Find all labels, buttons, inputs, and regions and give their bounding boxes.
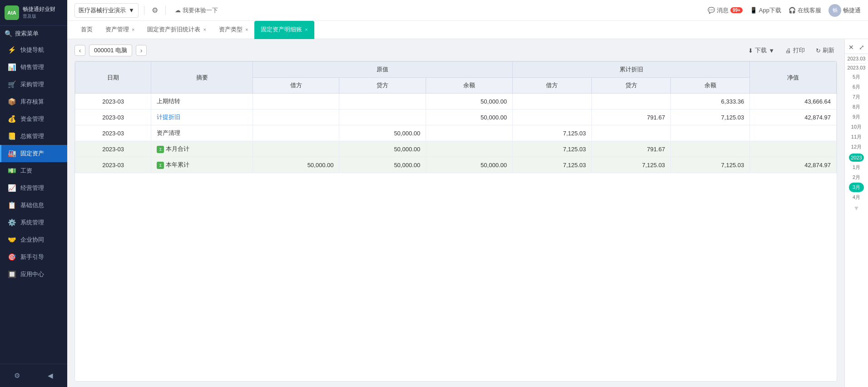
col-summary: 摘要 — [151, 62, 253, 94]
sidebar-item-sales[interactable]: 📊 销售管理 — [0, 59, 67, 76]
year-icon: Σ — [157, 162, 164, 169]
user-label: 畅捷通 — [843, 6, 861, 15]
next-asset-btn[interactable]: › — [136, 45, 147, 56]
sidebar-item-label: 应用中心 — [20, 270, 44, 278]
system-icon: ⚙️ — [8, 218, 16, 227]
panel-expand-icon[interactable]: ⤢ — [858, 43, 865, 52]
right-panel-header: ✕ ⤢ — [845, 41, 868, 54]
tab-home-label: 首页 — [81, 25, 93, 34]
sidebar-item-purchase[interactable]: 🛒 采购管理 — [0, 76, 67, 93]
cell-date: 2023-03 — [75, 94, 151, 109]
sidebar-item-guide[interactable]: 🎯 新手引导 — [0, 248, 67, 266]
experience-btn[interactable]: ☁ 我要体验一下 — [175, 6, 218, 15]
company-selector[interactable]: 医疗器械行业演示 ▼ — [74, 3, 139, 18]
timeline-month-8[interactable]: 8月 — [849, 102, 863, 112]
cell-summary: Σ本月合计 — [151, 141, 253, 157]
prev-asset-btn[interactable]: ‹ — [74, 45, 85, 56]
timeline-year-badge[interactable]: 2023 — [849, 154, 863, 162]
sidebar-item-enterprise[interactable]: 🤝 企业协同 — [0, 231, 67, 248]
timeline-month-9[interactable]: 9月 — [849, 112, 863, 122]
download-btn[interactable]: ⬇ 下载 ▼ — [745, 45, 777, 56]
cell-orig-credit: 50,000.00 — [339, 141, 426, 157]
tab-close-icon[interactable]: × — [203, 27, 206, 32]
message-label: 消息 — [717, 6, 729, 15]
tab-home[interactable]: 首页 — [74, 21, 99, 39]
cell-orig-credit: 50,000.00 — [339, 157, 426, 173]
cell-summary: 资产清理 — [151, 125, 253, 141]
cell-dep-balance: 7,125.03 — [671, 157, 750, 173]
sidebar-item-quick-nav[interactable]: ⚡ 快捷导航 — [0, 41, 67, 59]
sidebar-item-finance[interactable]: 💰 资金管理 — [0, 110, 67, 128]
timeline-month-4[interactable]: 4月 — [849, 193, 863, 202]
cell-dep-debit: 7,125.03 — [512, 157, 591, 173]
sidebar-item-fixed-assets[interactable]: 🏭 固定资产 — [0, 145, 67, 162]
timeline-month-3[interactable]: 3月 — [849, 183, 863, 192]
tab-asset-type[interactable]: 资产类型 × — [213, 21, 254, 39]
timeline-month-5[interactable]: 5月 — [849, 72, 863, 82]
table-row-year: 2023-03 Σ本年累计 50,000.00 50,000.00 50,000… — [75, 157, 837, 173]
refresh-btn[interactable]: ↻ 刷新 — [813, 45, 837, 56]
tab-label: 固定资产折旧统计表 — [147, 25, 200, 34]
timeline-month-7[interactable]: 7月 — [849, 92, 863, 102]
sidebar-item-label: 企业协同 — [20, 236, 44, 244]
topbar-settings-btn[interactable]: ⚙ — [150, 4, 160, 16]
message-btn[interactable]: 💬 消息 99+ — [708, 6, 743, 15]
timeline-down-arrow[interactable]: ▼ — [847, 203, 865, 213]
timeline-month-6[interactable]: 6月 — [849, 82, 863, 92]
sidebar-item-label: 资金管理 — [20, 115, 44, 123]
timeline-current-year: 2023.03 — [847, 64, 867, 72]
down-arrow-icon: ▼ — [853, 204, 860, 212]
service-label: 在线客服 — [798, 6, 821, 15]
app-title: 畅捷通好业财 — [23, 6, 55, 13]
timeline-month-11[interactable]: 11月 — [849, 132, 863, 142]
sidebar-item-label: 固定资产 — [20, 149, 44, 158]
app-download-btn[interactable]: 📱 App下载 — [750, 6, 781, 15]
experience-icon: ☁ — [175, 7, 181, 14]
cell-dep-balance — [671, 125, 750, 141]
purchase-icon: 🛒 — [8, 80, 16, 89]
timeline-month-2[interactable]: 2月 — [849, 173, 863, 182]
sidebar-item-label: 采购管理 — [20, 80, 44, 89]
service-btn[interactable]: 🎧 在线客服 — [789, 6, 821, 15]
tab-depreciation-table[interactable]: 固定资产折旧统计表 × — [141, 21, 212, 39]
col-dep-credit: 贷方 — [592, 78, 671, 94]
print-btn[interactable]: 🖨 打印 — [783, 45, 808, 56]
avatar: 畅 — [828, 4, 841, 17]
tab-close-icon[interactable]: × — [245, 27, 248, 32]
sidebar-item-app-center[interactable]: 🔲 应用中心 — [0, 266, 67, 283]
subtoolbar: ‹ 000001 电脑 › ⬇ 下载 ▼ 🖨 打印 ↻ — [74, 45, 837, 56]
collapse-btn[interactable]: ◀ — [34, 368, 67, 383]
cell-dep-balance: 6,333.36 — [671, 94, 750, 109]
collapse-icon: ◀ — [48, 372, 53, 379]
subtoolbar-right: ⬇ 下载 ▼ 🖨 打印 ↻ 刷新 — [745, 45, 837, 56]
user-info[interactable]: 畅 畅捷通 — [828, 4, 861, 17]
download-icon: ⬇ — [748, 47, 753, 54]
sidebar-item-basic-info[interactable]: 📋 基础信息 — [0, 197, 67, 214]
cell-orig-debit: 50,000.00 — [253, 157, 339, 173]
timeline-month-1[interactable]: 1月 — [849, 163, 863, 172]
cell-orig-credit: 50,000.00 — [339, 125, 426, 141]
cell-orig-balance — [426, 141, 513, 157]
cell-summary[interactable]: 计提折旧 — [151, 109, 253, 125]
sidebar-item-ledger[interactable]: 📒 总账管理 — [0, 128, 67, 145]
tab-close-icon[interactable]: × — [305, 27, 308, 32]
sidebar-item-salary[interactable]: 💵 工资 — [0, 162, 67, 179]
search-menu[interactable]: 🔍 搜索菜单 — [0, 26, 67, 41]
app-label: App下载 — [759, 6, 781, 15]
sidebar-item-system[interactable]: ⚙️ 系统管理 — [0, 214, 67, 231]
message-badge: 99+ — [730, 7, 743, 13]
settings-bottom-btn[interactable]: ⚙ — [0, 368, 34, 383]
sidebar-item-inventory[interactable]: 📦 库存核算 — [0, 93, 67, 110]
table-row-sum: 2023-03 Σ本月合计 50,000.00 7,125.03 791.67 — [75, 141, 837, 157]
tab-asset-detail[interactable]: 固定资产明细账 × — [254, 21, 314, 39]
timeline-month-10[interactable]: 10月 — [849, 122, 863, 132]
tab-asset-mgmt[interactable]: 资产管理 × — [99, 21, 141, 39]
sidebar-item-operation[interactable]: 📈 经营管理 — [0, 179, 67, 197]
cell-orig-balance: 50,000.00 — [426, 109, 513, 125]
timeline-month-12[interactable]: 12月 — [849, 142, 863, 152]
panel-close-icon[interactable]: ✕ — [848, 43, 855, 52]
timeline-scroll: 5月 6月 7月 8月 9月 10月 11月 12月 2023 1月 2月 3月… — [847, 72, 865, 385]
tab-close-icon[interactable]: × — [132, 27, 134, 32]
experience-label: 我要体验一下 — [183, 6, 218, 15]
sales-icon: 📊 — [8, 63, 16, 71]
